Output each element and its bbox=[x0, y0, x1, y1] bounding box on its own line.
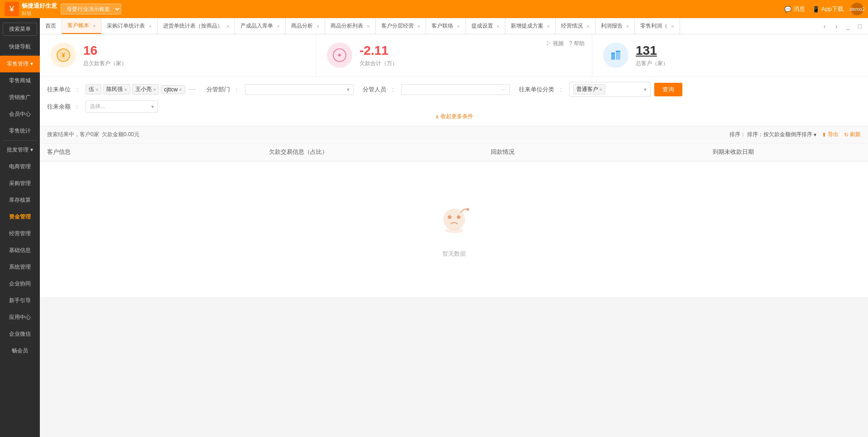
person-input[interactable]: ··· bbox=[401, 84, 510, 95]
top-bar-right: 💬 消息 📱 App下载 demo2 bbox=[784, 3, 863, 15]
sidebar-item-finance[interactable]: 资金管理 bbox=[0, 209, 40, 225]
filter-tag-chen: 陈民强 × bbox=[103, 84, 130, 95]
table-body: 暂无数据 bbox=[40, 162, 868, 297]
debt-amount-text: 欠款金额0.00元 bbox=[102, 131, 139, 138]
tab-close-purchase-stats[interactable]: × bbox=[149, 24, 151, 29]
sidebar-item-wechat[interactable]: 企业微信 bbox=[0, 326, 40, 342]
tab-customer-ledger[interactable]: 客户账本 × bbox=[62, 18, 101, 34]
sidebar-item-basic-info[interactable]: 基础信息 bbox=[0, 242, 40, 259]
remove-tag-cjttcw[interactable]: × bbox=[179, 87, 182, 92]
tab-close-product-inbound[interactable]: × bbox=[277, 24, 279, 29]
refresh-button[interactable]: ↻ 刷新 bbox=[844, 131, 861, 138]
export-button[interactable]: ⬆ 导出 bbox=[822, 131, 839, 138]
tab-close-product-analysis[interactable]: × bbox=[317, 24, 319, 29]
tab-close-product-analysis-list[interactable]: × bbox=[367, 24, 369, 29]
collapse-row: ∧ 收起更多条件 bbox=[47, 113, 861, 120]
tab-close-profit-report[interactable]: × bbox=[626, 24, 629, 29]
sort-label-text: 排序： bbox=[729, 131, 746, 138]
dept-colon: ： bbox=[234, 86, 240, 94]
logo-text-area: 畅捷通好生意 标版 bbox=[22, 2, 57, 17]
app-download-button[interactable]: 📱 App下载 bbox=[812, 5, 844, 13]
tab-retail-profit[interactable]: 零售利润（ × bbox=[635, 18, 680, 34]
tab-add-commission[interactable]: 新增提成方案 × bbox=[505, 18, 556, 34]
tab-close-inbound-stats[interactable]: × bbox=[226, 24, 229, 29]
tab-close-customer-ledger[interactable]: × bbox=[93, 23, 96, 28]
filter-area: 往来单位 ： 伍 × 陈民强 × 王小亮 bbox=[40, 76, 868, 126]
tab-product-analysis-list[interactable]: 商品分析列表 × bbox=[325, 18, 375, 34]
sidebar-item-member[interactable]: 畅会员 bbox=[0, 342, 40, 359]
sidebar-item-wholesale[interactable]: 批发管理 ▾ bbox=[0, 142, 40, 158]
tab-prev-button[interactable]: ‹ bbox=[819, 21, 830, 32]
card-label-overdue-customers: 总欠款客户（家） bbox=[83, 60, 127, 67]
category-select[interactable]: 普通客户 × ▾ bbox=[569, 82, 651, 97]
balance-select[interactable]: 选择... ▾ bbox=[86, 100, 158, 113]
summary-card-overdue-customers: ¥ 16 总欠款客户（家） bbox=[40, 34, 316, 76]
sidebar-item-retail-mall[interactable]: 零售商城 bbox=[0, 72, 40, 89]
tab-purchase-stats[interactable]: 采购订单统计表 × bbox=[101, 18, 157, 34]
video-link[interactable]: ▷ 视频 bbox=[546, 40, 564, 48]
user-button[interactable]: demo2 bbox=[851, 3, 863, 15]
remove-tag-wang[interactable]: × bbox=[153, 87, 156, 92]
card-data-total-customers: 131 总客户（家） bbox=[636, 43, 668, 67]
th-payment: 回款情况 bbox=[491, 148, 713, 156]
more-tags-button[interactable]: ··· bbox=[187, 85, 197, 94]
sort-button[interactable]: 排序： 排序：按欠款金额倒序排序 ▾ bbox=[729, 131, 816, 138]
sidebar-item-ecommerce[interactable]: 电商管理 bbox=[0, 158, 40, 175]
tab-minimize-button[interactable]: _ bbox=[843, 21, 854, 32]
app-container: ¥ 畅捷通好生意 标版 母婴行业演示账套 💬 消息 📱 App下载 bbox=[0, 0, 868, 437]
tab-expand-button[interactable]: □ bbox=[854, 21, 865, 32]
sidebar-item-marketing[interactable]: 营销推广 bbox=[0, 89, 40, 106]
tab-inbound-stats[interactable]: 进货单统计表（按商品） × bbox=[158, 18, 235, 34]
tab-customer-tier[interactable]: 客户分层经营 × bbox=[376, 18, 426, 34]
remove-tag-chen[interactable]: × bbox=[124, 87, 127, 92]
sidebar-item-apps[interactable]: 应用中心 bbox=[0, 309, 40, 326]
query-button[interactable]: 查询 bbox=[654, 83, 682, 96]
empty-icon bbox=[436, 201, 472, 244]
tab-home[interactable]: 首页 bbox=[40, 18, 62, 34]
svg-text:¥: ¥ bbox=[62, 52, 65, 59]
sidebar-item-enterprise[interactable]: 企业协同 bbox=[0, 276, 40, 292]
sidebar-item-system[interactable]: 系统管理 bbox=[0, 259, 40, 276]
tab-close-operations[interactable]: × bbox=[586, 24, 589, 29]
sidebar-item-inventory[interactable]: 库存核算 bbox=[0, 192, 40, 209]
help-link[interactable]: ? 帮助 bbox=[569, 40, 585, 48]
sidebar-item-member-center[interactable]: 会员中心 bbox=[0, 106, 40, 123]
sidebar-quick-nav[interactable]: 快捷导航 bbox=[0, 40, 40, 53]
dept-select[interactable]: ▾ bbox=[245, 84, 354, 95]
tab-next-button[interactable]: › bbox=[831, 21, 842, 32]
main-area: 搜索菜单 快捷导航 零售管理 ▾ 零售商城 营销推广 会员中心 零售统计 批发 bbox=[0, 18, 868, 437]
remove-category-tag[interactable]: × bbox=[599, 87, 602, 92]
sidebar-item-operations[interactable]: 经营管理 bbox=[0, 225, 40, 242]
tab-product-analysis[interactable]: 商品分析 × bbox=[286, 18, 325, 34]
demo-account-select[interactable]: 母婴行业演示账套 bbox=[61, 4, 121, 14]
company-label: 往来单位 bbox=[47, 86, 71, 94]
summary-card-total-debt: ✦ -2.11 欠款合计（万） ▷ 视频 bbox=[316, 34, 592, 76]
chevron-down-icon: ▾ bbox=[30, 61, 33, 67]
sidebar-item-retail-stats[interactable]: 零售统计 bbox=[0, 123, 40, 139]
search-menu-button[interactable]: 搜索菜单 bbox=[3, 23, 37, 36]
category-tag-normal: 普通客户 × bbox=[573, 84, 605, 95]
collapse-button[interactable]: ∧ 收起更多条件 bbox=[435, 113, 473, 120]
remove-tag-wu[interactable]: × bbox=[96, 87, 98, 92]
person-dots-icon[interactable]: ··· bbox=[501, 86, 506, 93]
top-bar: ¥ 畅捷通好生意 标版 母婴行业演示账套 💬 消息 📱 App下载 bbox=[0, 0, 868, 18]
tab-operations[interactable]: 经营情况 × bbox=[556, 18, 595, 34]
tab-commission-settings[interactable]: 提成设置 × bbox=[466, 18, 505, 34]
sidebar-item-purchase[interactable]: 采购管理 bbox=[0, 175, 40, 192]
balance-label: 往来余额 bbox=[47, 103, 71, 111]
message-button[interactable]: 💬 消息 bbox=[784, 5, 805, 13]
sidebar-item-newbie[interactable]: 新手引导 bbox=[0, 292, 40, 309]
search-result-text: 搜索结果中，客户0家 bbox=[47, 131, 99, 138]
tab-customer-contact[interactable]: 客户联络 × bbox=[426, 18, 465, 34]
tab-close-commission-settings[interactable]: × bbox=[497, 24, 499, 29]
person-label: 分管人员 bbox=[363, 86, 386, 94]
sidebar-item-retail-mgmt[interactable]: 零售管理 ▾ bbox=[0, 56, 40, 72]
sidebar-divider-1 bbox=[3, 54, 37, 55]
tab-profit-report[interactable]: 利润报告 × bbox=[595, 18, 635, 34]
tab-close-add-commission[interactable]: × bbox=[547, 24, 550, 29]
tab-product-inbound[interactable]: 产成品入库单 × bbox=[235, 18, 285, 34]
card-icon-blue bbox=[603, 43, 628, 68]
tab-close-retail-profit[interactable]: × bbox=[671, 24, 674, 29]
tab-close-customer-contact[interactable]: × bbox=[457, 24, 460, 29]
tab-close-customer-tier[interactable]: × bbox=[417, 24, 420, 29]
